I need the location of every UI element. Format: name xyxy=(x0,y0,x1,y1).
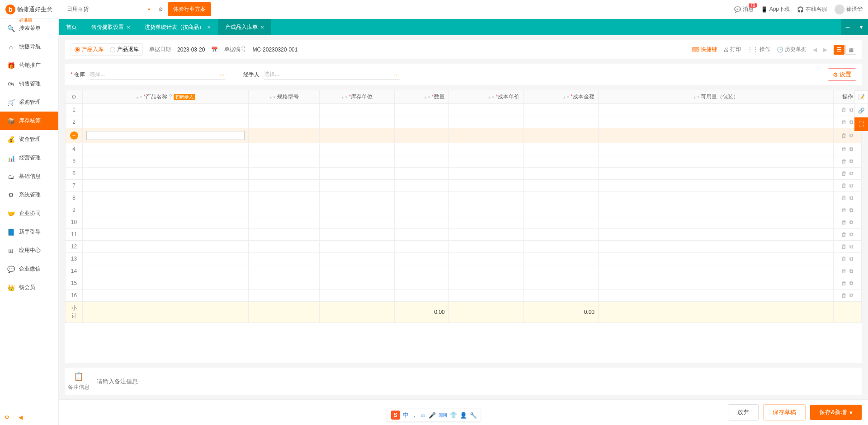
sidebar-item-11[interactable]: 📘新手引导 xyxy=(0,223,58,241)
cell-product[interactable] xyxy=(83,241,249,253)
sidebar-item-5[interactable]: 📦库存核算 xyxy=(0,112,58,130)
cell-spec[interactable] xyxy=(249,116,320,128)
cell-price[interactable] xyxy=(448,116,524,128)
cell-unit[interactable] xyxy=(319,204,394,216)
row-copy-icon[interactable]: ⧉ xyxy=(849,158,854,164)
cell-available[interactable] xyxy=(599,265,834,277)
cell-spec[interactable] xyxy=(249,143,320,155)
grid-row[interactable]: 1🗑⧉ xyxy=(66,104,862,116)
row-copy-icon[interactable]: ⧉ xyxy=(849,146,854,152)
cell-price[interactable] xyxy=(448,104,524,116)
col-available[interactable]: ▲▼可用量（包装） xyxy=(599,90,834,104)
ime-user-icon[interactable]: 👤 xyxy=(460,412,467,419)
row-delete-icon[interactable]: 🗑 xyxy=(841,132,847,139)
cell-price[interactable] xyxy=(448,204,524,216)
row-copy-icon[interactable]: ⧉ xyxy=(849,107,854,113)
row-copy-icon[interactable]: ⧉ xyxy=(849,170,854,177)
cell-spec[interactable] xyxy=(249,265,320,277)
cell-price[interactable] xyxy=(448,192,524,204)
cell-unit[interactable] xyxy=(319,241,394,253)
cell-amount[interactable] xyxy=(524,180,599,192)
cell-price[interactable] xyxy=(448,265,524,277)
grid-row[interactable]: 8🗑⧉ xyxy=(66,192,862,204)
cell-price[interactable] xyxy=(448,155,524,168)
cell-product[interactable] xyxy=(83,128,249,143)
ime-mic-icon[interactable]: 🎤 xyxy=(429,412,436,419)
grid-row[interactable]: 13🗑⧉ xyxy=(66,253,862,265)
col-spec[interactable]: ▲▼规格型号 xyxy=(249,90,320,104)
cell-product[interactable] xyxy=(83,253,249,265)
support-link[interactable]: 🎧 在线客服 xyxy=(797,5,827,13)
row-copy-icon[interactable]: ⧉ xyxy=(849,132,854,139)
cell-available[interactable] xyxy=(599,143,834,155)
cell-qty[interactable] xyxy=(394,265,448,277)
rail-note-icon[interactable]: 📝 xyxy=(854,90,868,104)
cell-available[interactable] xyxy=(599,168,834,180)
row-copy-icon[interactable]: ⧉ xyxy=(849,280,854,286)
close-icon[interactable]: ✕ xyxy=(127,25,130,30)
row-copy-icon[interactable]: ⧉ xyxy=(849,119,854,125)
cell-unit[interactable] xyxy=(319,155,394,168)
tab-2[interactable]: 进货单统计表（按商品）✕ xyxy=(137,19,218,35)
cell-available[interactable] xyxy=(599,116,834,128)
cell-unit[interactable] xyxy=(319,265,394,277)
row-delete-icon[interactable]: 🗑 xyxy=(841,292,847,299)
tab-menu-button[interactable]: ▾ xyxy=(854,19,868,35)
cell-product[interactable] xyxy=(83,155,249,168)
save-and-new-button[interactable]: 保存&新增 ▾ xyxy=(810,405,862,420)
grid-row[interactable]: 9🗑⧉ xyxy=(66,204,862,216)
cell-spec[interactable] xyxy=(249,277,320,290)
cell-spec[interactable] xyxy=(249,204,320,216)
cell-spec[interactable] xyxy=(249,168,320,180)
row-delete-icon[interactable]: 🗑 xyxy=(841,182,847,189)
grid-settings-button[interactable]: ⚙ 设置 xyxy=(828,68,856,81)
cell-qty[interactable] xyxy=(394,277,448,290)
cell-unit[interactable] xyxy=(319,168,394,180)
cell-qty[interactable] xyxy=(394,290,448,302)
cell-available[interactable] xyxy=(599,180,834,192)
sidebar-settings-icon[interactable]: ⚙ xyxy=(5,414,9,420)
cell-qty[interactable] xyxy=(394,204,448,216)
cell-qty[interactable] xyxy=(394,128,448,143)
cell-amount[interactable] xyxy=(524,143,599,155)
row-delete-icon[interactable]: 🗑 xyxy=(841,195,847,201)
cell-spec[interactable] xyxy=(249,216,320,229)
cell-unit[interactable] xyxy=(319,253,394,265)
tab-minimize-button[interactable]: ─ xyxy=(841,19,854,35)
cell-amount[interactable] xyxy=(524,168,599,180)
sidebar-item-10[interactable]: 🤝企业协同 xyxy=(0,204,58,223)
cell-available[interactable] xyxy=(599,104,834,116)
ime-smile-icon[interactable]: ☺ xyxy=(420,412,426,419)
col-amount[interactable]: ▲▼*成本金额 xyxy=(524,90,599,104)
print-link[interactable]: 🖨 打印 xyxy=(723,46,741,53)
cell-qty[interactable] xyxy=(394,168,448,180)
cell-available[interactable] xyxy=(599,192,834,204)
history-link[interactable]: 🕒 历史单据 xyxy=(777,46,807,53)
col-unit[interactable]: ▲▼*库存单位 xyxy=(319,90,394,104)
warehouse-select[interactable]: 选择... … xyxy=(90,69,225,80)
store-selector[interactable]: 日用百货 ▾ xyxy=(63,3,154,16)
rail-link-icon[interactable]: 🔗 xyxy=(854,104,868,117)
cell-unit[interactable] xyxy=(319,192,394,204)
cell-product[interactable] xyxy=(83,192,249,204)
next-doc-icon[interactable]: ▶ xyxy=(823,47,827,53)
cell-available[interactable] xyxy=(599,229,834,241)
cell-spec[interactable] xyxy=(249,253,320,265)
grid-row[interactable]: 2🗑⧉ xyxy=(66,116,862,128)
close-icon[interactable]: ✕ xyxy=(260,25,264,30)
cell-price[interactable] xyxy=(448,128,524,143)
sidebar-item-1[interactable]: ⌂快捷导航 xyxy=(0,37,58,56)
cell-available[interactable] xyxy=(599,155,834,168)
prev-doc-icon[interactable]: ◀ xyxy=(813,47,817,53)
product-name-input[interactable] xyxy=(86,131,245,140)
row-delete-icon[interactable]: 🗑 xyxy=(841,243,847,250)
cell-unit[interactable] xyxy=(319,116,394,128)
cell-qty[interactable] xyxy=(394,155,448,168)
cell-price[interactable] xyxy=(448,216,524,229)
grid-row[interactable]: 16🗑⧉ xyxy=(66,290,862,302)
cell-spec[interactable] xyxy=(249,192,320,204)
cell-qty[interactable] xyxy=(394,216,448,229)
cell-spec[interactable] xyxy=(249,155,320,168)
sidebar-item-4[interactable]: 🛒采购管理 xyxy=(0,93,58,112)
row-delete-icon[interactable]: 🗑 xyxy=(841,119,847,125)
